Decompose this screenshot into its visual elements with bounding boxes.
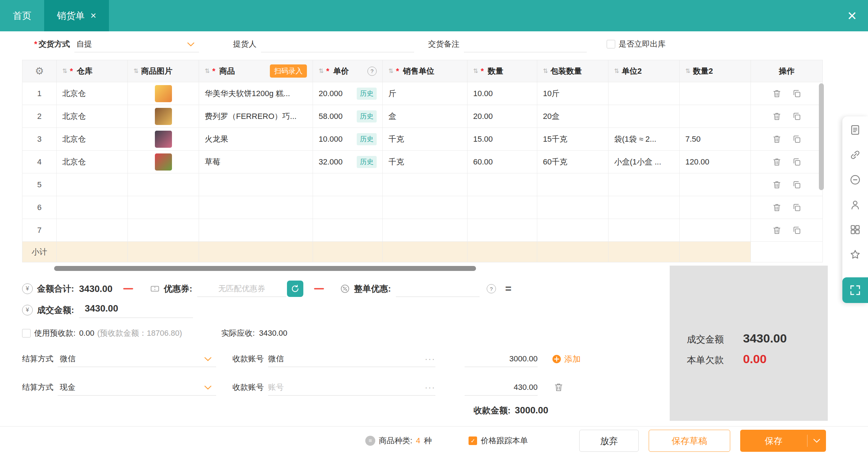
copy-row-icon[interactable] xyxy=(792,111,802,121)
product-cell[interactable]: 华美华夫软饼1200g 糕... xyxy=(199,82,313,105)
save-draft-button[interactable]: 保存草稿 xyxy=(649,430,730,452)
price-cell[interactable] xyxy=(313,196,383,219)
discount-circle-icon[interactable] xyxy=(848,173,862,187)
qty-cell[interactable] xyxy=(467,173,537,196)
sort-icon[interactable]: ⇅ xyxy=(685,67,690,75)
add-payment-button[interactable]: 添加 xyxy=(552,354,581,365)
receive-account-input[interactable] xyxy=(268,351,422,366)
delivery-note-input[interactable] xyxy=(464,37,587,52)
unit2-cell[interactable] xyxy=(608,196,680,219)
product-cell[interactable] xyxy=(199,219,313,242)
order-discount-input[interactable] xyxy=(396,281,480,296)
sort-icon[interactable]: ⇅ xyxy=(319,67,324,75)
window-close-icon[interactable]: × xyxy=(841,0,863,31)
delete-row-icon[interactable] xyxy=(772,134,782,144)
coupon-input[interactable] xyxy=(197,281,286,296)
sort-icon[interactable]: ⇅ xyxy=(473,67,478,75)
price-help-icon[interactable]: ? xyxy=(367,67,377,76)
qty2-cell[interactable] xyxy=(680,82,751,105)
scan-entry-button[interactable]: 扫码录入 xyxy=(270,64,307,78)
contact-icon[interactable] xyxy=(848,198,862,212)
tab-home[interactable]: 首页 xyxy=(0,0,44,31)
product-image[interactable] xyxy=(155,131,172,148)
delete-row-icon[interactable] xyxy=(772,225,782,235)
delete-row-icon[interactable] xyxy=(772,89,782,99)
warehouse-cell[interactable]: 北京仓 xyxy=(57,151,128,173)
history-badge[interactable]: 历史 xyxy=(357,133,377,145)
equals-icon[interactable]: = xyxy=(505,283,512,295)
pack-qty-cell[interactable]: 60千克 xyxy=(537,151,608,173)
payment-amount-input[interactable] xyxy=(465,351,538,366)
unit2-cell[interactable] xyxy=(608,105,680,128)
qty-cell[interactable]: 10.00 xyxy=(467,82,537,105)
warehouse-cell[interactable] xyxy=(57,173,128,196)
table-vertical-scrollbar[interactable] xyxy=(819,83,824,190)
qty-cell[interactable] xyxy=(467,219,537,242)
refresh-coupon-button[interactable] xyxy=(287,281,303,297)
receive-account-input[interactable] xyxy=(268,380,422,395)
history-badge[interactable]: 历史 xyxy=(357,88,377,100)
unit-cell[interactable]: 千克 xyxy=(383,128,467,151)
unit2-cell[interactable]: 小盒(1小盒 ... xyxy=(608,151,680,173)
account-more-icon[interactable]: ··· xyxy=(422,354,435,364)
pack-qty-cell[interactable]: 20盒 xyxy=(537,105,608,128)
pack-qty-cell[interactable]: 10斤 xyxy=(537,82,608,105)
unit-cell[interactable] xyxy=(383,173,467,196)
account-more-icon[interactable]: ··· xyxy=(422,382,435,392)
product-cell[interactable]: 火龙果 xyxy=(199,128,313,151)
pack-qty-cell[interactable]: 15千克 xyxy=(537,128,608,151)
qty-cell[interactable]: 60.00 xyxy=(467,151,537,173)
fullscreen-button[interactable] xyxy=(842,277,868,303)
qty-cell[interactable]: 20.00 xyxy=(467,105,537,128)
sort-icon[interactable]: ⇅ xyxy=(62,67,67,75)
unit-cell[interactable]: 斤 xyxy=(383,82,467,105)
unit2-cell[interactable] xyxy=(608,219,680,242)
product-cell[interactable] xyxy=(199,196,313,219)
warehouse-cell[interactable] xyxy=(57,219,128,242)
copy-row-icon[interactable] xyxy=(792,157,802,167)
price-cell[interactable] xyxy=(313,219,383,242)
qty2-cell[interactable] xyxy=(680,173,751,196)
immediate-outbound-checkbox[interactable] xyxy=(607,40,615,48)
product-image[interactable] xyxy=(155,108,172,125)
sort-icon[interactable]: ⇅ xyxy=(205,67,210,75)
product-cell[interactable] xyxy=(199,173,313,196)
payment-amount-input[interactable] xyxy=(465,380,538,395)
settle-method-select[interactable]: 微信 xyxy=(58,351,216,367)
product-image[interactable] xyxy=(155,85,172,102)
use-prepay-checkbox[interactable] xyxy=(22,329,31,338)
sort-icon[interactable]: ⇅ xyxy=(543,67,548,75)
save-button[interactable]: 保存 xyxy=(740,430,826,452)
copy-row-icon[interactable] xyxy=(792,134,802,144)
unit-cell[interactable]: 盒 xyxy=(383,105,467,128)
copy-row-icon[interactable] xyxy=(792,180,802,190)
link-icon[interactable] xyxy=(848,148,862,162)
save-options-chevron-icon[interactable] xyxy=(807,439,826,443)
qty2-cell[interactable] xyxy=(680,219,751,242)
consignee-input[interactable] xyxy=(261,37,414,52)
pack-qty-cell[interactable] xyxy=(537,219,608,242)
warehouse-cell[interactable]: 北京仓 xyxy=(57,128,128,151)
unit2-cell[interactable]: 袋(1袋 ≈ 2... xyxy=(608,128,680,151)
tab-sales-order[interactable]: 销货单 × xyxy=(44,0,109,31)
warehouse-cell[interactable] xyxy=(57,196,128,219)
copy-row-icon[interactable] xyxy=(792,203,802,213)
apps-grid-icon[interactable] xyxy=(848,223,862,237)
pack-qty-cell[interactable] xyxy=(537,173,608,196)
product-cell[interactable]: 费列罗（FERRERO）巧... xyxy=(199,105,313,128)
history-badge[interactable]: 历史 xyxy=(357,156,377,168)
delete-row-icon[interactable] xyxy=(772,157,782,167)
delete-row-icon[interactable] xyxy=(772,180,782,190)
column-settings-icon[interactable]: ⚙ xyxy=(35,66,44,77)
qty-cell[interactable]: 15.00 xyxy=(467,128,537,151)
star-icon[interactable] xyxy=(848,247,862,262)
price-track-checkbox[interactable]: ✓ xyxy=(469,436,477,445)
table-horizontal-scrollbar[interactable] xyxy=(54,266,476,271)
sort-icon[interactable]: ⇅ xyxy=(614,67,619,75)
unit2-cell[interactable] xyxy=(608,82,680,105)
unit-cell[interactable] xyxy=(383,219,467,242)
delete-payment-icon[interactable] xyxy=(553,382,564,393)
product-image[interactable] xyxy=(155,153,172,171)
unit2-cell[interactable] xyxy=(608,173,680,196)
pack-qty-cell[interactable] xyxy=(537,196,608,219)
